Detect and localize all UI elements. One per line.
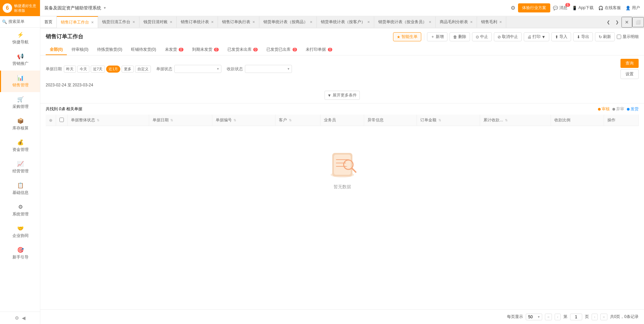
online-service-btn[interactable]: 🎧 在线客服	[598, 5, 621, 11]
tab-cash-daily[interactable]: 钱货日清工作台 ✕	[98, 16, 139, 28]
message-btn[interactable]: 💬 消息 6	[553, 5, 567, 11]
import-btn[interactable]: ⬆ 导入	[551, 32, 571, 41]
summary-text: 共找到 0条 相关单据	[46, 106, 82, 112]
sidebar-item-finance[interactable]: 💰 资金管理	[0, 135, 40, 157]
status-select[interactable]	[174, 65, 221, 73]
1month-btn[interactable]: 近1月	[106, 66, 120, 73]
tab-sales-exec[interactable]: 销售订单执行表 ✕	[218, 16, 259, 28]
sidebar-item-sales[interactable]: 📊 销售管理	[0, 71, 40, 92]
select-all-checkbox[interactable]	[59, 118, 64, 122]
sidebar-item-system[interactable]: ⚙ 系统管理	[0, 200, 40, 221]
custom-btn[interactable]: 自定义	[135, 66, 151, 73]
tab-close-icon[interactable]: ✕	[91, 21, 94, 24]
filter-tab-pending-inspect[interactable]: 待拣货验货(0)	[93, 45, 126, 55]
cancel-stop-btn[interactable]: ⊘ 取消中止	[494, 32, 522, 41]
sort-collected-icon[interactable]: ⇅	[505, 118, 508, 122]
sidebar-search[interactable]: 🔍 搜索菜单	[0, 16, 40, 28]
filter-tab-not-shipped[interactable]: 未发货 0	[161, 45, 187, 55]
today-btn[interactable]: 今天	[77, 66, 89, 73]
ship-action[interactable]: 发货	[627, 106, 639, 112]
filter-tab-not-printed[interactable]: 未打印单据 0	[302, 45, 336, 55]
topbar-settings-icon[interactable]: ⚙	[511, 5, 515, 11]
tab-close-icon[interactable]: ✕	[310, 20, 312, 24]
first-page-btn[interactable]: «	[545, 314, 552, 320]
tab-label: 商品毛利分析表	[440, 19, 468, 25]
tab-sales-workbench[interactable]: 销售订单工作台 ✕	[57, 16, 98, 28]
tab-expand-btn[interactable]: ⬜	[632, 17, 644, 27]
tab-close-icon[interactable]: ✕	[429, 20, 431, 24]
tab-close-icon[interactable]: ✕	[252, 20, 255, 24]
sidebar-item-quick-nav[interactable]: ⚡ 快捷导航	[0, 28, 40, 49]
delete-btn[interactable]: 🗑 删除	[449, 32, 470, 41]
sidebar-item-inventory[interactable]: 📦 库存核算	[0, 114, 40, 135]
tab-close-icon[interactable]: ✕	[470, 20, 473, 24]
filter-tab-all[interactable]: 全部(0)	[46, 45, 67, 55]
filter-tab-shipped-not-out[interactable]: 已发货未出库 0	[223, 45, 262, 55]
sidebar-item-operations[interactable]: 📈 经营管理	[0, 157, 40, 178]
sort-customer-icon[interactable]: ⇅	[289, 118, 292, 122]
add-btn[interactable]: ＋ 新增	[427, 32, 447, 41]
yesterday-btn[interactable]: 昨天	[64, 66, 76, 73]
tab-sales-stats-product[interactable]: 销货单统计表（按商品） ✕	[259, 16, 317, 28]
tab-close-all-btn[interactable]: ✕	[621, 17, 632, 28]
tab-next-btn[interactable]: ❯	[613, 18, 621, 27]
show-detail-checkbox-label[interactable]: 显示明细	[617, 34, 639, 40]
sort-number-icon[interactable]: ⇅	[233, 118, 236, 122]
topbar: 装备及固定资产辅助管理系统 ▼ ⚙ 体验行业方案 💬 消息 6 📱 App下载 …	[40, 0, 644, 16]
query-btn[interactable]: 查询	[620, 59, 639, 68]
basic-info-icon: 📋	[17, 182, 24, 189]
sort-amount-icon[interactable]: ⇅	[438, 118, 441, 122]
7days-btn[interactable]: 近7天	[91, 66, 105, 73]
tab-close-icon[interactable]: ✕	[170, 20, 172, 24]
last-page-btn[interactable]: »	[600, 314, 607, 320]
export-btn[interactable]: ⬇ 导出	[573, 32, 593, 41]
cancel-action[interactable]: 弃审	[612, 106, 624, 112]
sort-status-icon[interactable]: ⇅	[97, 118, 99, 122]
sort-date-icon[interactable]: ⇅	[170, 118, 173, 122]
tab-cash-reconcile[interactable]: 钱货日清对账 ✕	[139, 16, 177, 28]
tab-sales-stats-staff[interactable]: 销货单统计表（按业务员） ✕	[374, 16, 436, 28]
show-detail-checkbox[interactable]	[617, 35, 621, 39]
filter-tab-wangpu[interactable]: 旺铺待发货(0)	[127, 45, 160, 55]
filter-tab-pending-review[interactable]: 待审核(0)	[68, 45, 93, 55]
tab-close-icon[interactable]: ✕	[211, 20, 214, 24]
tab-product-margin[interactable]: 商品毛利分析表 ✕	[436, 16, 477, 28]
app-download-btn[interactable]: 📱 App下载	[572, 5, 594, 11]
prev-page-btn[interactable]: ‹	[555, 314, 561, 320]
review-action[interactable]: 审核	[598, 106, 610, 112]
expand-btn[interactable]: ▼ 展开更多条件	[325, 91, 360, 100]
tab-home[interactable]: 首页	[40, 16, 57, 28]
sidebar-item-guide[interactable]: 🎯 新手引导	[0, 243, 40, 264]
tab-close-icon[interactable]: ✕	[132, 20, 135, 24]
tab-close-icon[interactable]: ✕	[367, 20, 370, 24]
set-btn[interactable]: 设置	[620, 69, 639, 79]
tab-sales-profit[interactable]: 销售毛利 ✕	[477, 16, 506, 28]
tab-prev-btn[interactable]: ❮	[604, 18, 613, 27]
sidebar-item-marketing[interactable]: 📢 营销推广	[0, 49, 40, 71]
page-input[interactable]	[570, 314, 582, 320]
collapse-btn[interactable]: ◀	[22, 315, 26, 321]
more-btn[interactable]: 更多	[122, 66, 134, 73]
print-btn[interactable]: 🖨 打印 ▼	[524, 32, 549, 41]
filter-tab-shipped-out[interactable]: 已发货已出库 0	[262, 45, 301, 55]
page-size-select[interactable]: 10 20 50 100	[526, 314, 542, 320]
tab-close-icon[interactable]: ✕	[499, 20, 502, 24]
sidebar-item-basic-info[interactable]: 📋 基础信息	[0, 178, 40, 200]
solution-button[interactable]: 体验行业方案	[518, 3, 550, 12]
logo-icon: 6	[3, 3, 12, 13]
next-page-btn[interactable]: ›	[592, 314, 598, 320]
settings-bottom-btn[interactable]: ⚙	[15, 315, 19, 321]
sidebar-item-purchase[interactable]: 🛒 采购管理	[0, 92, 40, 114]
drag-settings-icon[interactable]: ⊕	[49, 118, 52, 123]
stop-btn[interactable]: ⊙ 中止	[472, 32, 492, 41]
user-menu-btn[interactable]: 👤 用户	[626, 5, 640, 11]
payment-select[interactable]	[245, 65, 292, 73]
tab-sales-stats[interactable]: 销售订单统计表 ✕	[177, 16, 218, 28]
tab-sales-stats-customer[interactable]: 销货单统计表（按客户） ✕	[317, 16, 374, 28]
sidebar-item-enterprise[interactable]: 🤝 企业协同	[0, 221, 40, 243]
filter-tab-overdue[interactable]: 到期未发货 0	[188, 45, 223, 55]
refresh-btn[interactable]: ↻ 刷新	[595, 32, 615, 41]
review-dot	[598, 108, 601, 111]
import-icon: ⬆	[555, 35, 558, 39]
smart-create-btn[interactable]: ★ 智能生单	[393, 32, 421, 41]
